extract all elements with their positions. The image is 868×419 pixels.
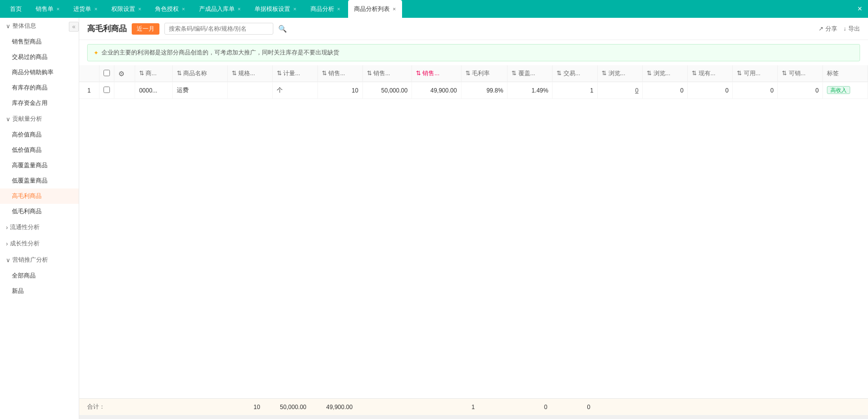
- sidebar-item-high-margin[interactable]: 高毛利商品: [0, 188, 79, 204]
- row-browse1[interactable]: 0: [598, 82, 643, 99]
- row-unit: 个: [272, 82, 317, 99]
- th-sellable-stock[interactable]: ⇅ 可销...: [778, 65, 823, 82]
- tip-icon: ✦: [94, 49, 99, 56]
- footer-sales-profit: 49,900.00: [326, 404, 353, 411]
- th-name[interactable]: ⇅ 商品名称: [172, 65, 227, 82]
- nav-permission-close[interactable]: ×: [138, 6, 141, 12]
- row-coverage: 1.49%: [508, 82, 553, 99]
- th-browse1[interactable]: ⇅ 浏览...: [598, 65, 643, 82]
- row-name: 运费: [172, 82, 227, 99]
- nav-role[interactable]: 角色授权 ×: [149, 0, 191, 18]
- export-btn[interactable]: ↓ 导出: [843, 25, 860, 33]
- footer-total-label: 合计：: [87, 403, 105, 411]
- export-icon: ↓: [843, 25, 846, 32]
- table-row: 1 0000... 运费 个 10 50,000.00 49,900.00 99…: [79, 82, 868, 99]
- th-sales-amount[interactable]: ⇅ 销售...: [362, 65, 412, 82]
- content-header: 高毛利商品 近一月 🔍 ↗ 分享 ↓ 导出: [79, 18, 868, 40]
- filter-recent-month-btn[interactable]: 近一月: [132, 23, 159, 35]
- share-icon: ↗: [818, 25, 823, 32]
- table-header-row: ⚙ ⇅ 商... ⇅ 商品名称 ⇅ 规格... ⇅ 计量...: [79, 65, 868, 82]
- th-spec[interactable]: ⇅ 规格...: [227, 65, 272, 82]
- th-available-stock[interactable]: ⇅ 可用...: [733, 65, 778, 82]
- footer-current-stock: 0: [544, 404, 548, 411]
- th-coverage[interactable]: ⇅ 覆盖...: [508, 65, 553, 82]
- share-btn[interactable]: ↗ 分享: [818, 25, 837, 33]
- nav-sales-close[interactable]: ×: [56, 6, 59, 12]
- main-area: « ∨ 整体信息 销售型商品 交易过的商品 商品分销助购率 有库存的商品 库存资…: [0, 18, 868, 419]
- nav-product-entry[interactable]: 产成品入库单 ×: [193, 0, 247, 18]
- th-sales-profit[interactable]: ⇅ 销售...: [412, 65, 461, 82]
- nav-sales[interactable]: 销售单 ×: [30, 0, 65, 18]
- nav-home[interactable]: 首页: [4, 0, 28, 18]
- row-transaction: 1: [553, 82, 598, 99]
- sidebar-item-high-value[interactable]: 高价值商品: [0, 127, 79, 142]
- th-unit[interactable]: ⇅ 计量...: [272, 65, 317, 82]
- sidebar-item-low-margin[interactable]: 低毛利商品: [0, 204, 79, 219]
- sidebar-group-liquidity[interactable]: › 流通性分析: [0, 219, 79, 235]
- sidebar-item-low-value[interactable]: 低价值商品: [0, 142, 79, 158]
- sidebar-collapse-btn[interactable]: «: [69, 22, 79, 32]
- footer-transaction: 1: [471, 404, 475, 411]
- column-settings-icon[interactable]: ⚙: [118, 70, 125, 78]
- row-gross-margin: 99.8%: [461, 82, 508, 99]
- nav-product-analysis-close[interactable]: ×: [337, 6, 340, 12]
- footer-available-stock: 0: [587, 404, 591, 411]
- th-gear[interactable]: ⚙: [114, 65, 135, 82]
- th-code[interactable]: ⇅ 商...: [135, 65, 172, 82]
- sidebar-item-assist-rate[interactable]: 商品分销助购率: [0, 65, 79, 80]
- content-area: 高毛利商品 近一月 🔍 ↗ 分享 ↓ 导出 ✦ 企业的主要的利润都是这部分商品创…: [79, 18, 868, 419]
- th-check[interactable]: [99, 65, 114, 82]
- sidebar-item-all-products[interactable]: 全部商品: [0, 268, 79, 283]
- footer-sales-amount: 50,000.00: [280, 404, 306, 411]
- sidebar-item-capital[interactable]: 库存资金占用: [0, 95, 79, 111]
- table-body: 1 0000... 运费 个 10 50,000.00 49,900.00 99…: [79, 82, 868, 99]
- row-code: 0000...: [135, 82, 172, 99]
- sidebar-item-high-coverage[interactable]: 高覆盖量商品: [0, 158, 79, 173]
- sidebar: « ∨ 整体信息 销售型商品 交易过的商品 商品分销助购率 有库存的商品 库存资…: [0, 18, 79, 419]
- row-current-stock: 0: [688, 82, 733, 99]
- sidebar-group-growth[interactable]: › 成长性分析: [0, 235, 79, 252]
- row-tag: 高收入: [823, 82, 868, 99]
- nav-template-close[interactable]: ×: [293, 6, 296, 12]
- row-sales-qty: 10: [317, 82, 362, 99]
- th-num: [79, 65, 99, 82]
- row-browse2: 0: [643, 82, 688, 99]
- sidebar-item-in-stock[interactable]: 有库存的商品: [0, 80, 79, 95]
- close-all-tabs[interactable]: ×: [858, 4, 862, 13]
- th-browse2[interactable]: ⇅ 浏览...: [643, 65, 688, 82]
- row-select-checkbox[interactable]: [103, 87, 110, 93]
- sidebar-group-contribution[interactable]: ∨ 贡献量分析: [0, 111, 79, 127]
- th-transaction[interactable]: ⇅ 交易...: [553, 65, 598, 82]
- row-sellable-stock: 0: [778, 82, 823, 99]
- nav-product-analysis[interactable]: 商品分析 ×: [305, 0, 346, 18]
- sidebar-item-low-coverage[interactable]: 低覆盖量商品: [0, 173, 79, 188]
- nav-product-analysis-list-close[interactable]: ×: [393, 6, 396, 12]
- search-button[interactable]: 🔍: [278, 25, 287, 33]
- sidebar-item-sales-type[interactable]: 销售型商品: [0, 34, 79, 49]
- nav-product-entry-close[interactable]: ×: [238, 6, 241, 12]
- select-all-checkbox[interactable]: [103, 70, 110, 76]
- nav-product-analysis-list[interactable]: 商品分析列表 ×: [348, 0, 402, 18]
- th-tag: 标签: [823, 65, 868, 82]
- row-sales-profit: 49,900.00: [412, 82, 461, 99]
- row-num: 1: [79, 82, 99, 99]
- info-banner: ✦ 企业的主要的利润都是这部分商品创造的，可考虑加大推广，同时关注库存是不要出现…: [87, 44, 860, 61]
- sidebar-group-marketing[interactable]: ∨ 营销推广分析: [0, 252, 79, 268]
- sidebar-item-traded[interactable]: 交易过的商品: [0, 49, 79, 65]
- nav-role-close[interactable]: ×: [182, 6, 185, 12]
- page-title: 高毛利商品: [87, 24, 127, 34]
- th-current-stock[interactable]: ⇅ 现有...: [688, 65, 733, 82]
- nav-permission[interactable]: 权限设置 ×: [105, 0, 147, 18]
- row-sales-amount: 50,000.00: [362, 82, 412, 99]
- sidebar-item-new-products[interactable]: 新品: [0, 283, 79, 299]
- nav-purchase[interactable]: 进货单 ×: [67, 0, 103, 18]
- search-input[interactable]: [164, 23, 273, 35]
- th-sales-qty[interactable]: ⇅ 销售...: [317, 65, 362, 82]
- th-gross-margin[interactable]: ⇅ 毛利率: [461, 65, 508, 82]
- sidebar-group-overview[interactable]: ∨ 整体信息: [0, 18, 79, 34]
- row-checkbox-cell[interactable]: [99, 82, 114, 99]
- bottom-scrollbar[interactable]: [79, 415, 868, 419]
- tag-badge: 高收入: [827, 86, 850, 94]
- nav-template[interactable]: 单据模板设置 ×: [249, 0, 302, 18]
- nav-purchase-close[interactable]: ×: [94, 6, 97, 12]
